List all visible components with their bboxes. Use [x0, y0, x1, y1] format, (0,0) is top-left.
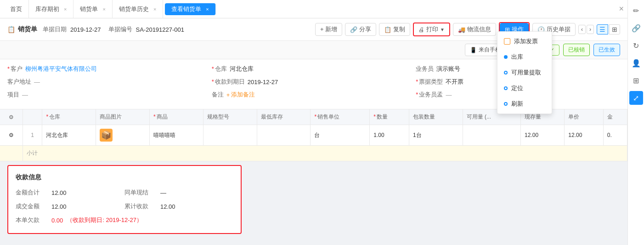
effective-status-badge[interactable]: 已生效 — [593, 44, 620, 56]
payment-settlement-value: — — [160, 189, 166, 196]
customer-field: 客户 柳州粤港平安气体有限公司 — [7, 65, 212, 73]
tab-view-sales-close[interactable]: × — [206, 6, 209, 12]
tab-sales-history[interactable]: 销货单历史 × — [113, 0, 163, 18]
row-available — [463, 125, 520, 146]
outbound-icon — [504, 55, 508, 59]
doc-title: 📋 销货单 — [7, 25, 37, 34]
doc-title-area: 📋 销货单 单据日期 2019-12-27 单据编号 SA-20191227-0… — [7, 25, 184, 34]
row-spec — [203, 125, 257, 146]
add-note-button[interactable]: + 添加备注 — [226, 91, 255, 99]
customer-label: 客户 — [7, 65, 23, 73]
staff-value: 演示账号 — [436, 65, 460, 73]
tab-sales[interactable]: 销货单 × — [73, 0, 112, 18]
sales-staff-value: — — [446, 91, 452, 98]
col-warehouse: 仓库 — [42, 109, 96, 125]
payment-due-value: 0.00 — [51, 217, 63, 224]
prev-button[interactable]: ‹ — [578, 25, 586, 34]
sold-status-badge[interactable]: 已核销 — [563, 44, 590, 56]
tab-inventory-close[interactable]: × — [64, 6, 67, 12]
payment-cumulative-value: 12.00 — [160, 203, 175, 210]
row-qty: 1.00 — [370, 125, 409, 146]
logistics-icon: 🚚 — [458, 26, 465, 33]
payment-due-note: （收款到期日: 2019-12-27） — [67, 216, 142, 224]
payment-grid: 金额合计 12.00 同单现结 — 成交金额 12.00 累计收款 12.00 … — [16, 187, 233, 226]
row-gear[interactable]: ⚙ — [0, 125, 23, 146]
next-button[interactable]: › — [587, 25, 594, 34]
note-label: 备注 — [212, 91, 224, 99]
payment-due-label: 本单欠款 — [16, 216, 48, 224]
dropdown-locate[interactable]: 定位 — [497, 80, 552, 96]
customer-value[interactable]: 柳州粤港平安气体有限公司 — [25, 65, 97, 73]
right-sidebar: ✏ 🔗 ↻ 👤 ⊞ ⤢ — [627, 0, 644, 238]
copy-button[interactable]: 📋 复制 — [379, 23, 410, 36]
plus-icon: + — [226, 91, 230, 98]
subtotal-label: 小计 — [23, 146, 627, 161]
col-pack-qty: 包装数量 — [409, 109, 463, 125]
doc-date-label: 单据日期 2019-12-27 — [43, 25, 101, 34]
copy-icon: 📋 — [384, 26, 391, 33]
sidebar-table-icon[interactable]: ⊞ — [629, 74, 643, 87]
dropdown-available-qty[interactable]: 可用量提取 — [497, 65, 552, 80]
payment-title: 收款信息 — [16, 173, 233, 182]
address-value: — — [34, 79, 40, 85]
payment-settlement-label: 同单现结 — [124, 188, 157, 197]
locate-icon — [504, 86, 508, 90]
sales-staff-label: 业务员孟 — [416, 91, 443, 99]
tab-view-sales[interactable]: 查看销货单 × — [165, 3, 215, 15]
print-button[interactable]: 🖨 打印 ▼ — [414, 23, 449, 35]
sidebar-edit-icon[interactable]: ✏ — [629, 4, 643, 17]
row-pack-qty: 1台 — [409, 125, 463, 146]
dropdown-outbound[interactable]: 出库 — [497, 49, 552, 65]
project-field: 项目 — — [7, 91, 212, 99]
staff-label: 业务员 — [416, 65, 434, 73]
tab-inventory[interactable]: 库存期初 × — [29, 0, 73, 18]
row-product-img: 📦 — [96, 125, 150, 146]
warehouse-field: 仓库 河北仓库 — [212, 65, 416, 73]
logistics-button[interactable]: 🚚 物流信息 — [453, 23, 496, 36]
col-unit: 销售单位 — [311, 109, 370, 125]
payment-total-value: 12.00 — [51, 189, 67, 196]
payment-cumulative-row: 累计收款 12.00 — [124, 201, 233, 212]
payment-date-label: 收款到期日 — [212, 78, 245, 86]
sidebar-refresh-icon[interactable]: ↻ — [629, 39, 643, 52]
invoice-value: 不开票 — [446, 78, 463, 86]
col-product-img: 商品图片 — [96, 109, 150, 125]
new-button[interactable]: + 新增 — [315, 23, 342, 36]
tab-bar-close-btn[interactable]: × — [619, 4, 624, 14]
payment-settlement-row: 同单现结 — — [124, 187, 233, 198]
dropdown-refresh[interactable]: 刷新 — [497, 96, 552, 112]
dropdown-add-invoice[interactable]: 添加发票 — [497, 34, 552, 49]
grid-view-btn[interactable]: ⊞ — [609, 24, 620, 34]
col-product: 商品 — [150, 109, 203, 125]
warehouse-label: 仓库 — [212, 65, 227, 73]
row-warehouse: 河北仓库 — [42, 125, 96, 146]
print-icon: 🖨 — [418, 26, 424, 33]
tab-sales-close[interactable]: × — [102, 6, 105, 12]
share-button[interactable]: 🔗 分享 — [345, 23, 376, 36]
doc-no-label: 单据编号 SA-20191227-001 — [108, 25, 185, 34]
payment-section: 收款信息 金额合计 12.00 同单现结 — 成交金额 12.00 累计收款 1… — [7, 165, 242, 234]
toolbar: + 新增 🔗 分享 📋 复制 🖨 打印 ▼ 🚚 物流信息 — [315, 22, 620, 37]
row-min-stock — [257, 125, 311, 146]
payment-transaction-label: 成交金额 — [16, 202, 48, 211]
product-image: 📦 — [100, 129, 113, 142]
subtotal-row: 小计 — [0, 146, 627, 161]
row-product: 嘻嘻嘻嘻 — [150, 125, 203, 146]
row-stock: 12.00 — [521, 125, 565, 146]
tab-sales-history-close[interactable]: × — [153, 6, 156, 12]
sidebar-expand-icon[interactable]: ⤢ — [629, 91, 643, 105]
row-amount: 0. — [603, 125, 627, 146]
project-label: 项目 — [7, 91, 19, 99]
project-value: — — [22, 91, 28, 98]
address-field: 客户地址 — — [7, 78, 212, 86]
sidebar-user-icon[interactable]: 👤 — [629, 56, 643, 70]
phone-icon: 📱 — [470, 47, 477, 53]
tab-bar: 首页 库存期初 × 销货单 × 销货单历史 × 查看销货单 × × — [0, 0, 627, 18]
tab-home[interactable]: 首页 — [4, 0, 29, 18]
table-section: ⚙ 仓库 商品图片 商品 规格型号 最低库存 销售单位 数量 包装数量 可用量 … — [0, 109, 627, 161]
list-view-btn[interactable]: ☰ — [597, 24, 608, 34]
doc-icon: 📋 — [7, 26, 15, 33]
doc-meta: 单据日期 2019-12-27 单据编号 SA-20191227-001 — [43, 25, 184, 34]
col-qty: 数量 — [370, 109, 409, 125]
sidebar-link-icon[interactable]: 🔗 — [629, 21, 643, 35]
